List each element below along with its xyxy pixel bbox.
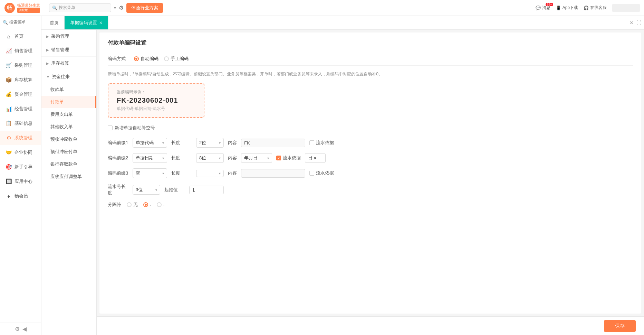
tab-home-label: 首页 bbox=[50, 20, 59, 26]
serial-length-select[interactable]: 3位 ▾ bbox=[133, 185, 160, 195]
sub-nav-sales-title[interactable]: ▶ 销售管理 bbox=[41, 43, 96, 56]
sidebar-item-guide[interactable]: 🎯 新手引导 bbox=[0, 160, 41, 174]
sidebar-item-label: 基础信息 bbox=[15, 120, 32, 127]
serial2-checkbox[interactable]: ✓ bbox=[276, 156, 281, 160]
prefix3-select[interactable]: 空 ▾ bbox=[133, 168, 167, 178]
service-item[interactable]: 🎧 在线客服 bbox=[584, 5, 607, 11]
tab-close-icon[interactable]: ✕ bbox=[99, 20, 103, 25]
sub-nav-group-capital: ▼ 资金往来 收款单 付款单 费用支出单 其他收入单 预收冲应收单 预付冲应付单… bbox=[41, 70, 96, 183]
header-search-area[interactable]: 🔍 搜索菜单 bbox=[49, 3, 111, 12]
sidebar-item-home[interactable]: ⌂ 首页 bbox=[0, 29, 41, 44]
sidebar-item-label: 首页 bbox=[15, 33, 23, 39]
sub-nav-capital-title[interactable]: ▼ 资金往来 bbox=[41, 70, 96, 83]
sidebar-search-label: 搜索菜单 bbox=[9, 19, 26, 25]
prefix2-select[interactable]: 单据日期 ▾ bbox=[133, 153, 167, 163]
sub-nav-inventory-title[interactable]: ▶ 库存核算 bbox=[41, 57, 96, 70]
save-button[interactable]: 保存 bbox=[604, 320, 636, 332]
length3-select[interactable]: ▾ bbox=[196, 170, 224, 177]
content2-arrow-icon: ▾ bbox=[267, 156, 269, 160]
main-layout: 🔍 搜索菜单 ⌂ 首页 📈 销售管理 🛒 采购管理 📦 库存核算 💰 bbox=[0, 16, 644, 335]
sub-nav-item-receipt[interactable]: 收款单 bbox=[41, 83, 96, 96]
minimize-icon[interactable]: ✕ bbox=[629, 20, 634, 26]
length1-select[interactable]: 2位 ▾ bbox=[196, 138, 224, 148]
prefix1-select[interactable]: 单据代码 ▾ bbox=[133, 138, 167, 148]
header-chevron-icon[interactable]: ▾ bbox=[114, 6, 116, 10]
sidebar-search[interactable]: 🔍 搜索菜单 bbox=[0, 16, 41, 29]
header-right: 💬 消息 99+ 📱 App下载 🎧 在线客服 bbox=[536, 4, 640, 12]
sub-nav-sales-label: 销售管理 bbox=[51, 47, 69, 53]
sidebar-item-basics[interactable]: 📋 基础信息 bbox=[0, 116, 41, 131]
sep-dot-radio[interactable]: · bbox=[157, 202, 165, 207]
sub-nav-item-other-income[interactable]: 其他收入单 bbox=[41, 121, 96, 133]
header-gear-icon[interactable]: ⚙ bbox=[119, 4, 124, 11]
sidebar-item-finance[interactable]: 💰 资金管理 bbox=[0, 87, 41, 102]
maximize-icon[interactable]: ⛶ bbox=[636, 20, 641, 26]
sidebar: 🔍 搜索菜单 ⌂ 首页 📈 销售管理 🛒 采购管理 📦 库存核算 💰 bbox=[0, 16, 41, 335]
experience-button[interactable]: 体验行业方案 bbox=[126, 3, 163, 13]
auto-encode-label: 自动编码 bbox=[141, 56, 158, 62]
sub-nav-purchase-label: 采购管理 bbox=[51, 33, 69, 39]
sub-nav-item-advance-receipt[interactable]: 预收冲应收单 bbox=[41, 133, 96, 146]
arrow-right-icon: ▶ bbox=[46, 62, 49, 65]
prefix1-arrow-icon: ▾ bbox=[162, 141, 164, 145]
auto-fill-checkbox[interactable] bbox=[108, 125, 113, 130]
sales-icon: 📈 bbox=[6, 48, 12, 54]
period2-select[interactable]: 日 ▾ bbox=[305, 153, 326, 163]
content2-select[interactable]: 年月日 ▾ bbox=[241, 153, 272, 163]
radio-manual-encode[interactable]: 手工编码 bbox=[164, 56, 189, 62]
serial1-checkbox[interactable] bbox=[309, 140, 314, 145]
page-title: 付款单编码设置 bbox=[108, 39, 633, 47]
radio-auto-dot bbox=[134, 56, 139, 61]
sidebar-collapse-icon[interactable]: ◀ bbox=[22, 326, 27, 332]
sub-nav-item-payment[interactable]: 付款单 bbox=[41, 96, 96, 108]
tab-current-label: 单据编码设置 bbox=[70, 20, 97, 26]
serial3-checkbox[interactable] bbox=[309, 171, 314, 176]
start-value-input[interactable] bbox=[189, 186, 224, 194]
message-icon: 💬 bbox=[536, 6, 541, 10]
sub-nav-purchase-title[interactable]: ▶ 采购管理 bbox=[41, 30, 96, 43]
sub-nav-item-bank[interactable]: 银行存取款单 bbox=[41, 158, 96, 170]
sidebar-item-sales[interactable]: 📈 销售管理 bbox=[0, 44, 41, 58]
tab-bar: 首页 单据编码设置 ✕ ✕ ⛶ bbox=[41, 16, 644, 30]
sidebar-settings-icon[interactable]: ⚙ bbox=[15, 326, 20, 332]
serial-length-arrow-icon: ▾ bbox=[155, 188, 157, 192]
content1-input[interactable] bbox=[241, 139, 305, 147]
length1-value: 2位 bbox=[199, 140, 206, 146]
length2-arrow-icon: ▾ bbox=[219, 156, 221, 160]
sidebar-item-purchase[interactable]: 🛒 采购管理 bbox=[0, 58, 41, 73]
code-example-sub: 单据代码-单据日期-流水号 bbox=[117, 106, 195, 112]
sep-dash-radio[interactable]: · bbox=[143, 202, 151, 207]
prefix3-arrow-icon: ▾ bbox=[162, 171, 164, 175]
prefix2-arrow-icon: ▾ bbox=[162, 156, 164, 160]
tab-current[interactable]: 单据编码设置 ✕ bbox=[65, 16, 108, 29]
prefix3-value: 空 bbox=[136, 170, 140, 176]
sidebar-item-operations[interactable]: 📊 经营管理 bbox=[0, 102, 41, 116]
search-placeholder: 搜索菜单 bbox=[59, 5, 75, 11]
tab-home[interactable]: 首页 bbox=[44, 16, 65, 29]
sidebar-item-label: 企业协同 bbox=[15, 149, 32, 156]
radio-auto-encode[interactable]: 自动编码 bbox=[134, 56, 158, 62]
app-download-item[interactable]: 📱 App下载 bbox=[556, 5, 578, 11]
sep-none-radio[interactable]: 无 bbox=[127, 202, 138, 208]
sidebar-item-enterprise[interactable]: 🤝 企业协同 bbox=[0, 145, 41, 160]
length3-arrow-icon: ▾ bbox=[219, 171, 221, 175]
prefix2-value: 单据日期 bbox=[136, 155, 154, 161]
avatar[interactable] bbox=[612, 4, 640, 12]
sub-nav-panel: ▶ 采购管理 ▶ 销售管理 ▶ 库存核算 bbox=[41, 30, 97, 335]
sidebar-item-system[interactable]: ⚙ 系统管理 bbox=[0, 131, 41, 145]
sidebar-item-apps[interactable]: 🔲 应用中心 bbox=[0, 174, 41, 189]
sidebar-item-vip[interactable]: ♦ 畅会员 bbox=[0, 189, 41, 203]
serial3-label: 流水依据 bbox=[316, 170, 334, 176]
length1-arrow-icon: ▾ bbox=[219, 141, 221, 145]
sub-nav-item-advance-payment[interactable]: 预付冲应付单 bbox=[41, 146, 96, 158]
content3-input[interactable] bbox=[241, 169, 305, 178]
sub-nav-item-expense[interactable]: 费用支出单 bbox=[41, 108, 96, 121]
message-item[interactable]: 💬 消息 99+ bbox=[536, 5, 550, 11]
arrow-down-icon: ▼ bbox=[46, 75, 50, 79]
sidebar-item-label: 应用中心 bbox=[15, 178, 32, 185]
length3-label: 长度 bbox=[171, 170, 192, 176]
sidebar-item-inventory[interactable]: 📦 库存核算 bbox=[0, 73, 41, 87]
sub-nav-item-ar-ap[interactable]: 应收应付调整单 bbox=[41, 170, 96, 183]
encode-method-row: 编码方式 自动编码 手工编码 bbox=[108, 52, 633, 66]
length2-select[interactable]: 8位 ▾ bbox=[196, 153, 224, 163]
